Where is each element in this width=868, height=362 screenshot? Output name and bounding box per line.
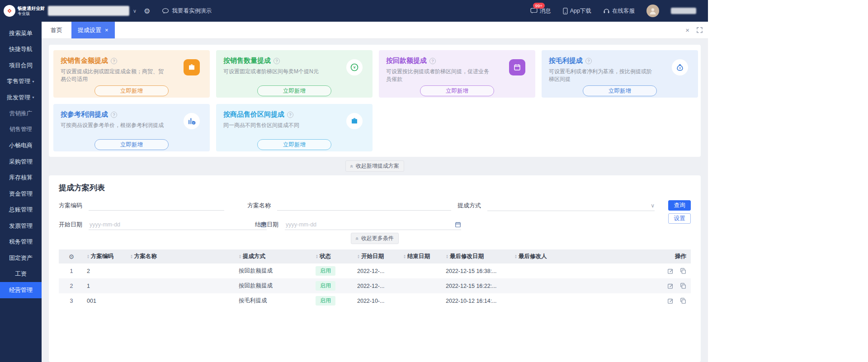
end-date-picker[interactable] xyxy=(285,219,461,230)
sidebar-item-search-menu[interactable]: 搜索菜单 xyxy=(0,25,42,42)
collapse-more-filters-button[interactable]: « 收起更多条件 xyxy=(351,233,399,244)
org-selector[interactable]: ∨ xyxy=(48,6,137,16)
col-header-status[interactable]: 状态 xyxy=(320,253,331,260)
gear-icon[interactable]: ⚙ xyxy=(144,7,150,15)
plan-name-input[interactable] xyxy=(277,201,451,211)
sidebar-item-fixed-assets[interactable]: 固定资产 xyxy=(0,250,42,266)
fullscreen-icon[interactable] xyxy=(697,27,703,33)
edit-icon[interactable] xyxy=(667,298,674,304)
col-header-modified[interactable]: 最后修改日期 xyxy=(450,253,484,260)
help-icon[interactable]: ? xyxy=(287,112,293,118)
card-description: 可设置毛利或者净利为基准，按比例提或阶梯区间提 xyxy=(549,68,691,84)
sidebar-item-wholesale[interactable]: 批发管理▼ xyxy=(0,89,42,106)
sidebar-item-business-mgmt[interactable]: 经营管理 xyxy=(0,282,42,298)
sidebar-item-label: 发票管理 xyxy=(9,222,33,230)
copy-icon[interactable] xyxy=(680,283,686,289)
help-icon[interactable]: ? xyxy=(585,58,592,64)
sort-icon[interactable] xyxy=(357,254,360,259)
help-icon[interactable]: ? xyxy=(111,112,117,118)
sidebar-item-marketing[interactable]: 营销推广 xyxy=(0,106,42,122)
add-now-button[interactable]: 立即新增 xyxy=(420,85,494,96)
chevron-down-icon[interactable]: ∨ xyxy=(651,202,655,209)
demo-link[interactable]: 我要看实例演示 xyxy=(162,7,212,15)
tab-close-icon[interactable]: × xyxy=(105,27,108,33)
sidebar-item-payroll[interactable]: 工资 xyxy=(0,266,42,282)
help-icon[interactable]: ? xyxy=(429,58,436,64)
sort-icon[interactable] xyxy=(316,254,318,259)
main-area: 首页 提成设置 × × xyxy=(42,22,708,362)
sidebar-item-sales[interactable]: 销售管理 xyxy=(0,122,42,138)
sidebar-item-ecommerce[interactable]: 小畅电商 xyxy=(0,138,42,154)
col-header-end[interactable]: 结束日期 xyxy=(407,253,430,260)
add-now-button[interactable]: 立即新增 xyxy=(257,139,331,150)
username-redacted[interactable] xyxy=(671,8,696,14)
sort-icon[interactable] xyxy=(403,254,406,259)
sidebar-item-project-contract[interactable]: 项目合同 xyxy=(0,57,42,74)
status-badge: 启用 xyxy=(316,281,335,291)
commission-method-select[interactable]: ∨ xyxy=(487,200,655,211)
sidebar-item-general-ledger[interactable]: 总账管理 xyxy=(0,202,42,218)
sidebar-item-quick-nav[interactable]: 快捷导航 xyxy=(0,42,42,58)
app-download-button[interactable]: App下载 xyxy=(563,7,591,15)
help-icon[interactable]: ? xyxy=(274,58,280,64)
card-sales-quantity: 按销售数量提成 ? 可设置固定或者阶梯区间每卖M个提N元 立即新增 ¥ xyxy=(216,50,373,98)
col-header-method[interactable]: 提成方式 xyxy=(243,253,265,260)
sidebar-item-inventory[interactable]: 库存核算 xyxy=(0,170,42,186)
add-now-button[interactable]: 立即新增 xyxy=(257,85,331,96)
avatar[interactable] xyxy=(646,5,659,17)
online-support-button[interactable]: 在线客服 xyxy=(603,7,635,15)
search-button[interactable]: 查询 xyxy=(668,200,691,211)
commission-method-label: 提成方式 xyxy=(458,202,481,210)
close-all-icon[interactable]: × xyxy=(685,26,689,34)
cell-start: 2022-12-... xyxy=(354,278,401,293)
calendar-icon[interactable] xyxy=(455,221,461,228)
sidebar-item-tax[interactable]: 税务管理 xyxy=(0,234,42,250)
help-icon[interactable]: ? xyxy=(111,58,117,64)
sort-icon[interactable] xyxy=(239,254,241,259)
col-header-code[interactable]: 方案编码 xyxy=(91,253,113,260)
copy-icon[interactable] xyxy=(680,298,686,304)
edit-icon[interactable] xyxy=(667,268,674,274)
collapse-new-plans-button[interactable]: « 收起新增提成方案 xyxy=(345,160,404,172)
add-now-button[interactable]: 立即新增 xyxy=(94,139,169,150)
sidebar-item-label: 快捷导航 xyxy=(9,45,33,53)
table-row[interactable]: 1 2 按回款额提成 启用 2022-12-... 2022-12-15 16:… xyxy=(59,263,691,278)
add-now-button[interactable]: 立即新增 xyxy=(583,85,657,96)
sort-icon[interactable] xyxy=(87,254,90,259)
messages-button[interactable]: 99+ 消息 xyxy=(530,7,551,15)
add-now-button[interactable]: 立即新增 xyxy=(94,85,169,96)
settings-button[interactable]: 设置 xyxy=(668,213,691,224)
sidebar-item-retail[interactable]: 零售管理▼ xyxy=(0,74,42,90)
briefcase-icon xyxy=(346,113,363,129)
col-header-modifier[interactable]: 最后修改人 xyxy=(519,253,547,260)
edit-icon[interactable] xyxy=(667,283,674,289)
table-row[interactable]: 3 001 按毛利提成 启用 2022-10-... 2022-10-12 16… xyxy=(59,293,691,308)
sidebar-item-invoice[interactable]: 发票管理 xyxy=(0,218,42,234)
col-header-actions: 操作 xyxy=(675,253,686,259)
sort-icon[interactable] xyxy=(446,254,448,259)
end-date-label: 结束日期 xyxy=(255,221,278,229)
end-date-input[interactable] xyxy=(285,220,455,230)
col-header-start[interactable]: 开始日期 xyxy=(361,253,384,260)
filter-form: 方案编码 方案名称 提成方式 ∨ xyxy=(59,200,691,230)
tab-commission-settings[interactable]: 提成设置 × xyxy=(71,22,115,38)
column-settings-icon[interactable]: ⚙ xyxy=(69,253,75,260)
table-row[interactable]: 2 1 按回款额提成 启用 2022-12-... 2022-12-15 16:… xyxy=(59,278,691,293)
card-title: 按销售金额提成 xyxy=(61,56,108,65)
sort-icon[interactable] xyxy=(514,254,517,259)
filter-buttons: 查询 设置 xyxy=(668,200,691,224)
copy-icon[interactable] xyxy=(680,268,686,274)
col-header-name[interactable]: 方案名称 xyxy=(134,253,157,260)
cell-modified: 2022-10-12 16:14:... xyxy=(443,293,512,308)
sidebar-item-label: 资金管理 xyxy=(9,190,33,198)
start-date-input[interactable] xyxy=(89,220,260,230)
commission-method-value[interactable] xyxy=(487,201,651,211)
plan-code-input[interactable] xyxy=(89,201,224,211)
tab-home[interactable]: 首页 xyxy=(42,22,71,38)
sidebar-item-purchase[interactable]: 采购管理 xyxy=(0,154,42,170)
sidebar-item-funds[interactable]: 资金管理 xyxy=(0,186,42,202)
sort-icon[interactable] xyxy=(130,254,133,259)
start-date-picker[interactable] xyxy=(89,219,267,230)
chevron-down-icon[interactable]: ∨ xyxy=(133,8,137,14)
card-reference-profit: 按参考利润提成 ? 可按商品设置参考单价，根据参考利润提成 立即新增 ¥ xyxy=(53,104,210,151)
